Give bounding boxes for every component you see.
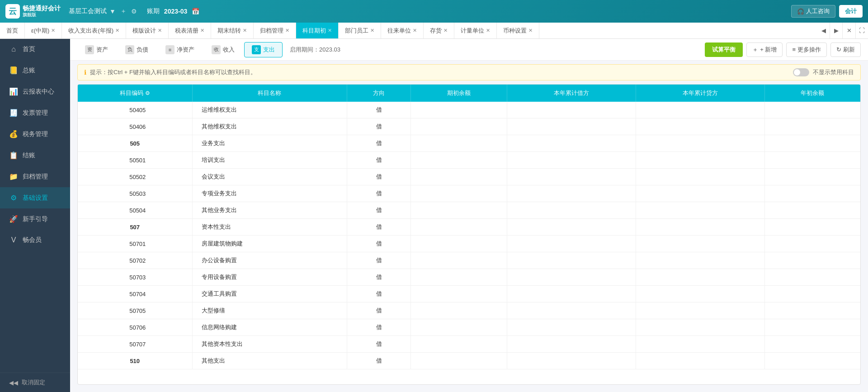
sub-tab-bar: 资 资产 负 负债 ≡ 净资产 收 收入 支 支出 启用期间：2023.03 试… (70, 39, 868, 61)
tab-----[interactable]: 模版设计✕ (126, 23, 169, 38)
gear-icon[interactable]: ⚙ (145, 90, 150, 96)
table-head: 科目编码⚙科目名称方向期初余额本年累计借方本年累计贷方年初余额 (78, 85, 860, 102)
table-row: 50707 其他资本性支出 借 (78, 336, 860, 353)
tab-----[interactable]: 往来单位✕ (381, 23, 424, 38)
sidebar-item-general-ledger[interactable]: 📒 总账 (0, 60, 70, 81)
cell-period-balance (411, 135, 507, 152)
sub-tab-income[interactable]: 收 收入 (204, 42, 242, 57)
tab-close-icon[interactable]: ✕ (243, 28, 247, 33)
sub-tab-net-assets[interactable]: ≡ 净资产 (158, 42, 202, 57)
app-edition: 旗舰版 (23, 12, 61, 18)
cell-code: 50705 (78, 302, 192, 319)
sidebar-item-settlement[interactable]: 📋 结账 (0, 145, 70, 166)
tab---[interactable]: 存货✕ (424, 23, 454, 38)
sub-tab-expenditure[interactable]: 支 支出 (244, 42, 283, 57)
tab-close-icon[interactable]: ✕ (285, 28, 289, 33)
refresh-button[interactable]: ↻ 刷新 (830, 43, 861, 57)
col-header-period_balance: 期初余额 (411, 85, 507, 102)
tab-label: 税表清册 (175, 27, 198, 35)
tab-----[interactable]: 税表清册✕ (169, 23, 211, 38)
sidebar-item-guide[interactable]: 🚀 新手引导 (0, 208, 70, 230)
tab-label: 部门员工 (345, 27, 368, 35)
tab---[interactable]: 首页 (0, 23, 25, 38)
tab-close-icon[interactable]: ✕ (200, 28, 204, 33)
sidebar-label: 新手引导 (23, 215, 48, 223)
sub-tab-icon-assets: 资 (85, 45, 94, 54)
tab-expand-button[interactable]: ⛶ (855, 23, 868, 38)
tab-----[interactable]: 科目期初✕ (296, 23, 339, 38)
tab-close-icon[interactable]: ✕ (115, 28, 119, 33)
sub-tab-liabilities[interactable]: 负 负债 (118, 42, 156, 57)
calendar-icon[interactable]: 📅 (192, 8, 199, 15)
header-actions: 🎧 人工咨询 会计 (791, 5, 863, 18)
cell-name: 会议支出 (192, 169, 347, 185)
app-logo: 云 畅捷通好会计 旗舰版 (5, 4, 64, 19)
cell-year-balance (764, 152, 860, 169)
cell-year-balance (764, 202, 860, 219)
sidebar-collapse-button[interactable]: ◀◀ 取消固定 (0, 373, 70, 392)
sidebar-item-home[interactable]: ⌂ 首页 (0, 39, 70, 60)
sub-tab-assets[interactable]: 资 资产 (77, 42, 116, 57)
disable-toggle[interactable] (793, 68, 809, 76)
cell-period-balance (411, 169, 507, 185)
table-row: 50405 运维维权支出 借 (78, 102, 860, 118)
tab-close-icon[interactable]: ✕ (51, 28, 55, 33)
tab-----[interactable]: 归档管理✕ (254, 23, 296, 38)
more-button[interactable]: ≡ 更多操作 (786, 43, 827, 57)
cell-code: 505 (78, 135, 192, 152)
col-header-code: 科目编码⚙ (78, 85, 192, 102)
sidebar-item-settings[interactable]: ⚙ 基础设置 (0, 187, 70, 208)
tab-close-icon[interactable]: ✕ (328, 28, 332, 33)
tab-close-icon[interactable]: ✕ (443, 28, 448, 33)
tab-label: ε(中期) (31, 27, 49, 35)
tab-close-icon[interactable]: ✕ (413, 28, 417, 33)
support-button[interactable]: 🎧 人工咨询 (791, 5, 835, 18)
tab-close-icon[interactable]: ✕ (158, 28, 162, 33)
sidebar-item-archive[interactable]: 📁 归档管理 (0, 166, 70, 187)
tab-----[interactable]: 计量单位✕ (454, 23, 497, 38)
sidebar-item-tax[interactable]: 💰 税务管理 (0, 123, 70, 145)
sidebar-item-reports[interactable]: 📊 云报表中心 (0, 81, 70, 102)
cell-year-debit (507, 236, 636, 252)
cell-year-balance (764, 118, 860, 135)
sidebar-label: 云报表中心 (23, 88, 54, 96)
tab-prev-button[interactable]: ◀ (817, 23, 830, 38)
tab-next-button[interactable]: ▶ (830, 23, 843, 38)
tab-----[interactable]: 币种设置✕ (497, 23, 539, 38)
refresh-icon: ↻ (836, 46, 841, 53)
balance-button[interactable]: 试算平衡 (705, 43, 743, 57)
table-row: 50702 办公设备购置 借 (78, 252, 860, 269)
tab-label: 币种设置 (503, 27, 527, 35)
tab-close-icon[interactable]: ✕ (486, 28, 490, 33)
cell-name: 其他业务支出 (192, 202, 347, 219)
tab-close-icon[interactable]: ✕ (370, 28, 374, 33)
tab----------[interactable]: 收入支出表(年报)✕ (62, 23, 126, 38)
guide-icon: 🚀 (9, 215, 18, 223)
sub-tab-icon-expenditure: 支 (252, 45, 261, 54)
app-name: 畅捷通好会计 (23, 5, 61, 12)
cell-period-balance (411, 286, 507, 302)
role-button[interactable]: 会计 (839, 5, 863, 18)
settlement-icon: 📋 (9, 151, 18, 160)
tab-----[interactable]: 期末结转✕ (211, 23, 254, 38)
cell-period-balance (411, 302, 507, 319)
tab-----[interactable]: 部门员工✕ (339, 23, 381, 38)
sidebar-item-invoice[interactable]: 🧾 发票管理 (0, 102, 70, 123)
info-icon: ℹ (84, 69, 86, 76)
settings-icon[interactable]: ⚙ (131, 8, 137, 15)
sidebar-item-member[interactable]: V 畅会员 (0, 230, 70, 250)
cell-year-credit (636, 169, 765, 185)
tab-close-icon[interactable]: ✕ (528, 28, 533, 33)
add-button[interactable]: ＋ + 新增 (746, 43, 783, 57)
col-header-name: 科目名称 (192, 85, 347, 102)
cell-name: 信息网络购建 (192, 319, 347, 336)
table-container[interactable]: 科目编码⚙科目名称方向期初余额本年累计借方本年累计贷方年初余额 50405 运维… (77, 84, 861, 385)
cell-direction: 借 (347, 269, 411, 286)
company-name[interactable]: 基层工会测试 ▼ ＋ ⚙ 账期 2023-03 📅 (69, 7, 787, 15)
tab------[interactable]: ε(中期)✕ (25, 23, 62, 38)
tab-close-all-button[interactable]: ✕ (843, 23, 855, 38)
general-ledger-icon: 📒 (9, 66, 18, 75)
add-company-icon[interactable]: ＋ (120, 7, 127, 15)
cell-direction: 借 (347, 319, 411, 336)
cell-year-debit (507, 302, 636, 319)
